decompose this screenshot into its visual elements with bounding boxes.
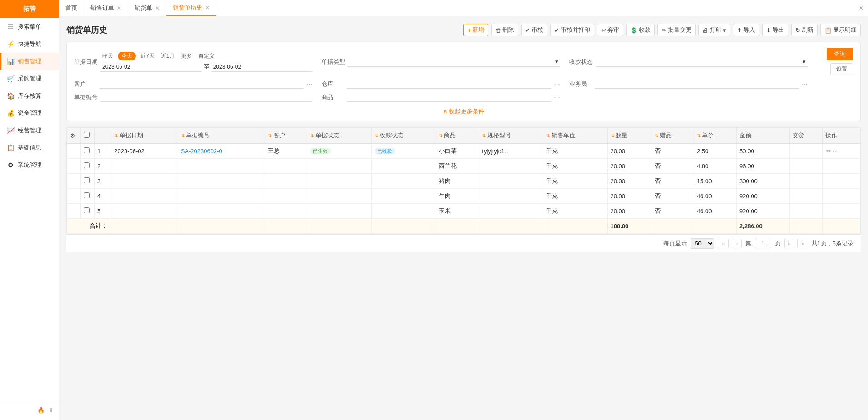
edit-action-icon[interactable]: ✏ — [826, 148, 831, 155]
cell-checkbox[interactable] — [81, 159, 95, 174]
cell-action[interactable] — [823, 174, 860, 189]
doc-type-label: 单据类型 — [321, 58, 345, 66]
cell-action[interactable] — [823, 159, 860, 174]
tab-sales-history-close[interactable]: ✕ — [205, 5, 210, 11]
th-gift[interactable]: ⇅ 赠品 — [652, 128, 694, 144]
warehouse-dots[interactable]: ··· — [554, 80, 560, 88]
staff-dots[interactable]: ··· — [802, 80, 808, 88]
date-yesterday[interactable]: 昨天 — [100, 52, 115, 60]
tab-home[interactable]: 首页 — [59, 0, 84, 16]
add-button[interactable]: + 新增 — [463, 24, 488, 36]
staff-label: 业务员 — [569, 80, 592, 88]
cell-checkbox[interactable] — [81, 204, 95, 219]
row-checkbox[interactable] — [84, 192, 90, 198]
delete-button[interactable]: 🗑 删除 — [491, 24, 518, 36]
query-button[interactable]: 查询 — [827, 48, 853, 60]
tab-close-all[interactable]: ✕ — [854, 5, 868, 11]
refresh-icon: ↻ — [795, 27, 800, 34]
sidebar-item-purchase-mgmt[interactable]: 🛒 采购管理 — [0, 70, 59, 87]
th-doc-status[interactable]: ⇅ 单据状态 — [307, 128, 371, 144]
sidebar-item-inventory[interactable]: 🏠 库存核算 — [0, 87, 59, 105]
warehouse-input[interactable] — [347, 79, 551, 89]
cell-qty: 20.00 — [607, 204, 652, 219]
import-button[interactable]: ⬆ 导入 — [733, 24, 759, 36]
date-today[interactable]: 今天 — [118, 52, 136, 60]
doc-type-select[interactable]: ▾ — [348, 57, 560, 67]
next-page-button[interactable]: › — [784, 239, 793, 248]
customer-dots[interactable]: ··· — [306, 80, 312, 88]
row-checkbox[interactable] — [84, 147, 90, 153]
doc-no-input[interactable] — [100, 92, 312, 102]
audit-button[interactable]: ✔ 审核 — [521, 24, 547, 36]
export-button[interactable]: ⬇ 导出 — [762, 24, 788, 36]
sidebar-item-basic-info[interactable]: 📋 基础信息 — [0, 139, 59, 156]
th-goods[interactable]: ⇅ 商品 — [436, 128, 479, 144]
goods-input[interactable] — [347, 92, 551, 102]
tab-sales-goods[interactable]: 销货单 ✕ — [128, 0, 166, 16]
refresh-button[interactable]: ↻ 刷新 — [791, 24, 818, 36]
cell-checkbox[interactable] — [81, 144, 95, 159]
sidebar-item-finance-mgmt[interactable]: 💰 资金管理 — [0, 105, 59, 122]
cell-customer — [265, 174, 307, 189]
sidebar-item-quick-nav[interactable]: ⚡ 快捷导航 — [0, 35, 59, 53]
print-button[interactable]: 🖨 打印 ▾ — [698, 24, 730, 36]
cell-customer — [265, 159, 307, 174]
row-checkbox[interactable] — [84, 177, 90, 183]
date-from-input[interactable] — [100, 62, 202, 72]
last-page-button[interactable]: » — [797, 239, 808, 248]
filter-panel: 单据日期 昨天 今天 近7天 近1月 更多 自定义 至 — [66, 42, 861, 121]
sidebar-item-ops-mgmt[interactable]: 📈 经营管理 — [0, 122, 59, 139]
cell-action[interactable] — [823, 189, 860, 204]
date-to-input[interactable] — [211, 62, 313, 72]
batch-change-button[interactable]: ✏ 批量变更 — [657, 24, 696, 36]
row-checkbox[interactable] — [84, 162, 90, 168]
tab-sales-goods-close[interactable]: ✕ — [155, 5, 160, 11]
date-custom[interactable]: 自定义 — [196, 52, 216, 60]
th-pay-status[interactable]: ⇅ 收款状态 — [371, 128, 436, 144]
cell-checkbox[interactable] — [81, 189, 95, 204]
sidebar-collapse-btn[interactable]: 🔥 ⏸ — [0, 404, 59, 416]
doc-no-link[interactable]: SA-20230602-0 — [181, 148, 222, 155]
th-unit[interactable]: ⇅ 销售单位 — [543, 128, 607, 144]
th-price[interactable]: ⇅ 单价 — [694, 128, 736, 144]
select-all-checkbox[interactable] — [84, 132, 90, 138]
cell-action[interactable] — [823, 204, 860, 219]
goods-dots[interactable]: ··· — [554, 93, 560, 101]
first-page-button[interactable]: « — [718, 239, 728, 248]
th-qty[interactable]: ⇅ 数量 — [607, 128, 652, 144]
th-doc-no[interactable]: ⇅ 单据编号 — [178, 128, 265, 144]
current-page-input[interactable] — [755, 239, 771, 248]
date-7days[interactable]: 近7天 — [139, 52, 156, 60]
cell-action[interactable]: ✏⋯ — [823, 144, 860, 159]
payment-status-select[interactable]: ▾ — [596, 57, 808, 67]
data-table: ⚙ ⇅ 单据日期 ⇅ 单据编号 ⇅ 客户 ⇅ 单据状态 ⇅ 收款状态 ⇅ 商品 … — [67, 127, 860, 234]
collapse-btn[interactable]: ∧ 收起更多条件 — [74, 105, 853, 115]
th-gear[interactable]: ⚙ — [67, 128, 81, 144]
filter-staff: 业务员 ··· — [569, 79, 808, 89]
pagination-bar: 每页显示 50 20 100 200 « ‹ 第 页 › » 共1页，5条记录 — [66, 234, 861, 252]
page-size-select[interactable]: 50 20 100 200 — [691, 238, 714, 249]
th-checkbox[interactable] — [81, 128, 95, 144]
sidebar-item-sales-mgmt[interactable]: 📊 销售管理 — [0, 53, 59, 70]
abandon-button[interactable]: ↩ 弃审 — [597, 24, 623, 36]
show-detail-button[interactable]: 📋 显示明细 — [820, 24, 861, 36]
date-1month[interactable]: 近1月 — [159, 52, 177, 60]
prev-page-button[interactable]: ‹ — [733, 239, 742, 248]
staff-input[interactable] — [595, 79, 799, 89]
setting-button[interactable]: 设置 — [830, 63, 853, 75]
row-checkbox[interactable] — [84, 207, 90, 213]
audit-print-button[interactable]: ✔ 审核并打印 — [550, 24, 594, 36]
th-doc-date[interactable]: ⇅ 单据日期 — [111, 128, 178, 144]
customer-input[interactable] — [100, 79, 304, 89]
sidebar-item-search-menu[interactable]: ☰ 搜索菜单 — [0, 18, 59, 35]
th-customer[interactable]: ⇅ 客户 — [265, 128, 307, 144]
more-action-icon[interactable]: ⋯ — [833, 148, 839, 155]
date-more[interactable]: 更多 — [179, 52, 194, 60]
th-spec[interactable]: ⇅ 规格型号 — [479, 128, 543, 144]
cell-checkbox[interactable] — [81, 174, 95, 189]
sidebar-item-sys-mgmt[interactable]: ⚙ 系统管理 — [0, 156, 59, 174]
collect-button[interactable]: 💲 收款 — [626, 24, 655, 36]
tab-sales-history[interactable]: 销货单历史 ✕ — [166, 0, 216, 16]
tab-sales-order[interactable]: 销售订单 ✕ — [84, 0, 128, 16]
tab-sales-order-close[interactable]: ✕ — [117, 5, 121, 11]
